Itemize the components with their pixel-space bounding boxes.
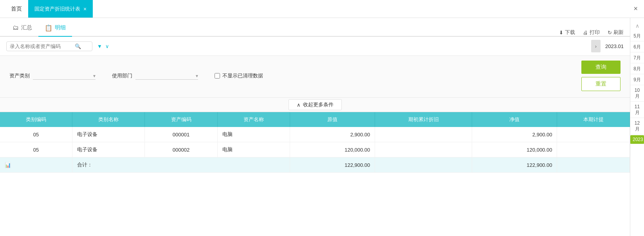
sidebar-month-7[interactable]: 7月 bbox=[630, 53, 644, 63]
asset-type-label: 资产类别 bbox=[9, 72, 30, 79]
download-button[interactable]: ⬇ 下载 bbox=[559, 29, 575, 36]
sidebar-month-12[interactable]: 12月 bbox=[630, 119, 644, 134]
search-input[interactable] bbox=[10, 43, 72, 49]
cell-net-val: 120,000.00 bbox=[472, 142, 557, 157]
table-row: 05 电子设备 000001 电脑 2,900.00 2,900.00 bbox=[0, 127, 630, 142]
tab-bar: 🗂 汇总 📋 明细 ⬇ 下载 🖨 打印 ↻ 刷新 bbox=[0, 18, 630, 37]
cell-cat-code: 05 bbox=[0, 127, 72, 142]
col-net-value: 净值 bbox=[472, 112, 557, 127]
filter-icon: ▼ bbox=[97, 43, 102, 49]
cell-original-val: 120,000.00 bbox=[290, 142, 375, 157]
summary-icon: 🗂 bbox=[13, 24, 19, 31]
sidebar-month-9[interactable]: 9月 bbox=[630, 75, 644, 85]
reset-button[interactable]: 重置 bbox=[581, 77, 621, 91]
col-original-value: 原值 bbox=[290, 112, 375, 127]
subtotal-acc-dep bbox=[375, 157, 472, 173]
subtotal-row: 📊 合计： 122,900.00 122,900.00 bbox=[0, 157, 630, 173]
top-nav: 首页 固定资产折旧统计表 × × bbox=[0, 0, 644, 18]
adv-filter-row: 资产类别 ▼ 使用部门 ▼ 不显示已清理数据 查询 重置 bbox=[9, 61, 621, 91]
active-tab[interactable]: 固定资产折旧统计表 × bbox=[28, 0, 93, 18]
subtotal-curr-dep bbox=[557, 157, 630, 173]
print-label: 打印 bbox=[590, 29, 600, 36]
chevron-down-icon: ∨ bbox=[105, 43, 109, 49]
content-area: 🗂 汇总 📋 明细 ⬇ 下载 🖨 打印 ↻ 刷新 bbox=[0, 18, 630, 236]
subtotal-net-val: 122,900.00 bbox=[472, 157, 557, 173]
cell-asset-name: 电脑 bbox=[217, 127, 290, 142]
main-area: 🗂 汇总 📋 明细 ⬇ 下载 🖨 打印 ↻ 刷新 bbox=[0, 18, 644, 236]
home-nav-item[interactable]: 首页 bbox=[6, 5, 27, 13]
tab-close-icon[interactable]: × bbox=[83, 6, 87, 12]
window-close-icon[interactable]: × bbox=[633, 5, 638, 13]
subtotal-label: 合计： bbox=[72, 157, 290, 173]
hide-cleared-wrap: 不显示已清理数据 bbox=[215, 72, 263, 79]
cell-original-val: 2,900.00 bbox=[290, 127, 375, 142]
sidebar-month-5[interactable]: 5月 bbox=[630, 31, 644, 41]
refresh-label: 刷新 bbox=[613, 29, 624, 36]
cell-cat-code: 05 bbox=[0, 142, 72, 157]
table-row: 05 电子设备 000002 电脑 120,000.00 120,000.00 bbox=[0, 142, 630, 157]
period-label: 2023.01 bbox=[605, 43, 624, 49]
cell-acc-dep bbox=[375, 142, 472, 157]
sidebar-month-8[interactable]: 8月 bbox=[630, 64, 644, 74]
asset-type-input[interactable] bbox=[33, 72, 96, 80]
cell-acc-dep bbox=[375, 127, 472, 142]
col-asset-code: 资产编码 bbox=[145, 112, 218, 127]
right-sidebar: ∧ 5月 6月 7月 8月 9月 10月 11月 12月 2023 bbox=[630, 18, 644, 236]
search-icon: 🔍 bbox=[75, 43, 81, 49]
hide-cleared-label: 不显示已清理数据 bbox=[222, 72, 263, 79]
cell-curr-dep bbox=[557, 142, 630, 157]
detail-icon: 📋 bbox=[45, 24, 52, 32]
download-label: 下载 bbox=[565, 29, 575, 36]
sidebar-scroll-up-icon[interactable]: ∧ bbox=[634, 21, 641, 30]
table-body: 05 电子设备 000001 电脑 2,900.00 2,900.00 05 电… bbox=[0, 127, 630, 173]
more-conditions-button[interactable]: ▼ ∨ bbox=[97, 43, 109, 49]
dept-dropdown-icon[interactable]: ▼ bbox=[195, 74, 199, 78]
dept-label: 使用部门 bbox=[112, 72, 132, 79]
subtotal-icon-cell: 📊 bbox=[0, 157, 72, 173]
tab-title: 固定资产折旧统计表 bbox=[34, 5, 80, 13]
hide-cleared-checkbox[interactable] bbox=[215, 73, 220, 79]
toolbar-right: ⬇ 下载 🖨 打印 ↻ 刷新 bbox=[559, 29, 624, 36]
cell-cat-name: 电子设备 bbox=[72, 142, 145, 157]
filter-buttons: 查询 重置 bbox=[581, 61, 621, 91]
collapse-button[interactable]: ∧ 收起更多条件 bbox=[289, 99, 342, 110]
subtotal-original-val: 122,900.00 bbox=[290, 157, 375, 173]
data-table-wrap: 类别编码 类别名称 资产编码 资产名称 原值 期初累计折旧 净值 本期计提 05… bbox=[0, 112, 630, 236]
sidebar-month-6[interactable]: 6月 bbox=[630, 42, 644, 52]
col-category-name: 类别名称 bbox=[72, 112, 145, 127]
search-wrap: 🔍 bbox=[6, 41, 92, 51]
query-button[interactable]: 查询 bbox=[581, 61, 621, 74]
table-header: 类别编码 类别名称 资产编码 资产名称 原值 期初累计折旧 净值 本期计提 bbox=[0, 112, 630, 127]
col-category-code: 类别编码 bbox=[0, 112, 72, 127]
filter-bar: 🔍 ▼ ∨ › 2023.01 bbox=[0, 37, 630, 56]
collapse-bar: ∧ 收起更多条件 bbox=[0, 98, 630, 112]
tab-summary[interactable]: 🗂 汇总 bbox=[6, 20, 38, 37]
dept-input[interactable] bbox=[135, 72, 198, 80]
dept-field: 使用部门 ▼ bbox=[112, 72, 199, 80]
cell-curr-dep bbox=[557, 127, 630, 142]
cell-asset-code: 000002 bbox=[145, 142, 218, 157]
asset-type-field: 资产类别 ▼ bbox=[9, 72, 96, 80]
tab-summary-label: 汇总 bbox=[21, 24, 32, 31]
print-button[interactable]: 🖨 打印 bbox=[583, 29, 600, 36]
collapse-icon: ∧ bbox=[297, 102, 301, 108]
sidebar-month-11[interactable]: 11月 bbox=[630, 102, 644, 118]
tab-detail[interactable]: 📋 明细 bbox=[38, 20, 72, 37]
collapse-label: 收起更多条件 bbox=[303, 101, 334, 108]
cell-cat-name: 电子设备 bbox=[72, 127, 145, 142]
data-table: 类别编码 类别名称 资产编码 资产名称 原值 期初累计折旧 净值 本期计提 05… bbox=[0, 112, 630, 173]
adv-filter-section: 资产类别 ▼ 使用部门 ▼ 不显示已清理数据 查询 重置 bbox=[0, 56, 630, 98]
print-icon: 🖨 bbox=[583, 30, 588, 36]
sidebar-year-2023[interactable]: 2023 bbox=[630, 135, 644, 144]
col-current-dep: 本期计提 bbox=[557, 112, 630, 127]
right-panel-toggle[interactable]: › bbox=[591, 40, 601, 52]
col-asset-name: 资产名称 bbox=[217, 112, 290, 127]
cell-asset-name: 电脑 bbox=[217, 142, 290, 157]
sidebar-month-10[interactable]: 10月 bbox=[630, 86, 644, 102]
col-accumulated-dep: 期初累计折旧 bbox=[375, 112, 472, 127]
asset-type-dropdown-icon[interactable]: ▼ bbox=[92, 74, 96, 78]
download-icon: ⬇ bbox=[559, 30, 563, 36]
subtotal-icon: 📊 bbox=[5, 162, 11, 168]
refresh-button[interactable]: ↻ 刷新 bbox=[608, 29, 624, 36]
cell-net-val: 2,900.00 bbox=[472, 127, 557, 142]
